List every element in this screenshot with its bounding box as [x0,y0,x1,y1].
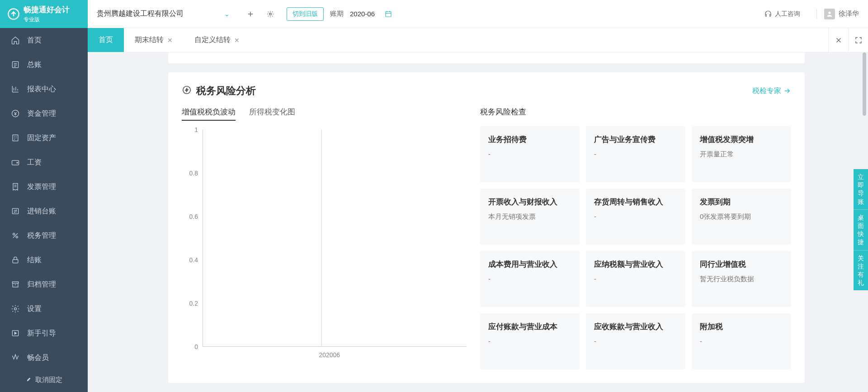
risk-card[interactable]: 发票到期0张发票将要到期 [692,189,791,245]
nav-reports[interactable]: 报表中心 [0,77,88,101]
add-button[interactable] [244,8,257,20]
svg-rect-9 [13,260,18,263]
nav-label: 新手引导 [27,329,56,338]
y-axis: 00.20.40.60.81 [184,130,201,347]
old-version-button[interactable]: 切到旧版 [287,7,324,21]
risk-card[interactable]: 成本费用与营业收入- [480,251,580,307]
nav-stock[interactable]: 进销台账 [0,199,88,223]
period-value[interactable]: 2020-06 [350,10,375,18]
risk-card[interactable]: 附加税- [692,313,791,369]
nav-label: 结账 [27,255,42,265]
nav-guide[interactable]: 新手引导 [0,321,88,345]
unpin-button[interactable]: 取消固定 [0,368,88,392]
risk-card[interactable]: 开票收入与财报收入本月无销项发票 [480,189,580,245]
nav-invoice[interactable]: 发票管理 [0,175,88,199]
y-tick-label: 1 [194,126,198,133]
nav-label: 总账 [27,60,42,70]
sidebar: 畅捷通好会计 专业版 首页 总账 报表中心 资金管理 固定资产 工资 发票管理 … [0,0,88,392]
nav-label: 工资 [27,158,42,167]
topbar: 贵州腾越建设工程有限公司 ⌄ 切到旧版 账期 2020-06 人工咨询 徐泽华 [88,0,868,28]
chart-column: 增值税税负波动 所得税变化图 00.20.40.60.81 202006 [182,107,467,369]
risk-card-value: 开票量正常 [700,150,783,159]
risk-card[interactable]: 增值税发票突增开票量正常 [692,126,791,182]
nav-home[interactable]: 首页 [0,28,88,52]
nav-funds[interactable]: 资金管理 [0,101,88,126]
float-follow[interactable]: 关注有礼 [854,250,868,291]
risk-card-title: 应付账款与营业成本 [488,321,571,332]
risk-card-value: - [700,337,783,345]
settings-button[interactable] [264,8,277,20]
expert-link[interactable]: 税检专家 [752,86,791,96]
tab-label: 期末结转 [135,35,164,45]
scrollbar-thumb[interactable] [863,52,866,116]
cloud-up-icon [7,8,20,20]
nav-tax[interactable]: 税务管理 [0,223,88,248]
risk-card[interactable]: 同行业增值税暂无行业税负数据 [692,251,791,307]
svg-rect-3 [13,135,18,141]
tab-custom-close[interactable]: 自定义结转✕ [184,28,250,52]
percent-icon [11,231,20,240]
brand-logo[interactable]: 畅捷通好会计 专业版 [0,0,88,28]
bolt-circle-icon [182,85,196,97]
nav-label: 报表中心 [27,85,56,94]
panel-spacer [168,52,805,63]
nav-label: 资金管理 [27,109,56,118]
y-tick-label: 0.4 [189,256,198,264]
nav-label: 首页 [27,36,42,45]
user-menu[interactable]: 徐泽华 [824,9,859,19]
subtab-vat[interactable]: 增值税税负波动 [182,107,236,121]
coin-icon [11,109,20,118]
risk-card[interactable]: 应付账款与营业成本- [480,313,580,369]
lock-icon [11,255,20,264]
receipt-icon [11,182,20,191]
svg-point-15 [828,11,830,14]
risk-card[interactable]: 应收账款与营业收入- [586,313,685,369]
company-selector[interactable]: 贵州腾越建设工程有限公司 [97,9,184,19]
headset-icon [764,10,772,18]
tab-period-close[interactable]: 期末结转✕ [124,28,184,52]
nav-assets[interactable]: 固定资产 [0,126,88,150]
risk-card-value: 本月无销项发票 [488,213,571,221]
svg-rect-6 [12,208,18,214]
close-icon[interactable]: ✕ [167,37,173,44]
risk-card-title: 业务招待费 [488,134,571,145]
ledger-icon [11,60,20,69]
nav-settings[interactable]: 设置 [0,297,88,321]
risk-card-title: 应纳税额与营业收入 [594,259,677,269]
tab-home[interactable]: 首页 [88,28,124,52]
risk-card[interactable]: 应纳税额与营业收入- [586,251,685,307]
risk-card[interactable]: 存货周转与销售收入- [586,189,685,245]
chart-plot [203,130,467,347]
support-link[interactable]: 人工咨询 [764,10,800,18]
risk-card-value: - [488,150,571,158]
avatar-icon [824,9,835,19]
fullscreen-button[interactable] [848,28,868,52]
content-area: 税务风险分析 税检专家 增值税税负波动 所得税变化图 00.20.40.60.8… [88,52,868,392]
nav-closing[interactable]: 结账 [0,248,88,272]
close-icon[interactable]: ✕ [234,37,240,44]
nav-label: 进销台账 [27,207,56,216]
svg-point-16 [183,86,191,94]
risk-card[interactable]: 业务招待费- [480,126,580,182]
subtab-income-tax[interactable]: 所得税变化图 [249,107,295,121]
chart-area: 00.20.40.60.81 202006 [184,130,467,365]
nav-archive[interactable]: 归档管理 [0,272,88,297]
nav-member[interactable]: 畅会员 [0,345,88,370]
risk-grid: 业务招待费-广告与业务宣传费-增值税发票突增开票量正常开票收入与财报收入本月无销… [480,126,791,369]
expert-link-label: 税检专家 [752,86,781,96]
nav-salary[interactable]: 工资 [0,150,88,175]
brand-name: 畅捷通好会计 [24,5,70,15]
chevron-down-icon[interactable]: ⌄ [224,10,230,18]
support-label: 人工咨询 [775,10,800,18]
float-shortcut[interactable]: 桌面快捷 [854,210,868,250]
swap-icon [11,207,20,216]
user-name: 徐泽华 [839,9,859,18]
y-tick-label: 0 [194,343,198,350]
risk-card-value: - [594,150,677,158]
float-import[interactable]: 立即导账 [854,169,868,210]
nav-ledger[interactable]: 总账 [0,52,88,77]
close-all-tabs[interactable] [828,28,848,52]
calendar-icon[interactable] [382,8,395,20]
risk-card[interactable]: 广告与业务宣传费- [586,126,685,182]
unpin-label: 取消固定 [35,376,62,384]
